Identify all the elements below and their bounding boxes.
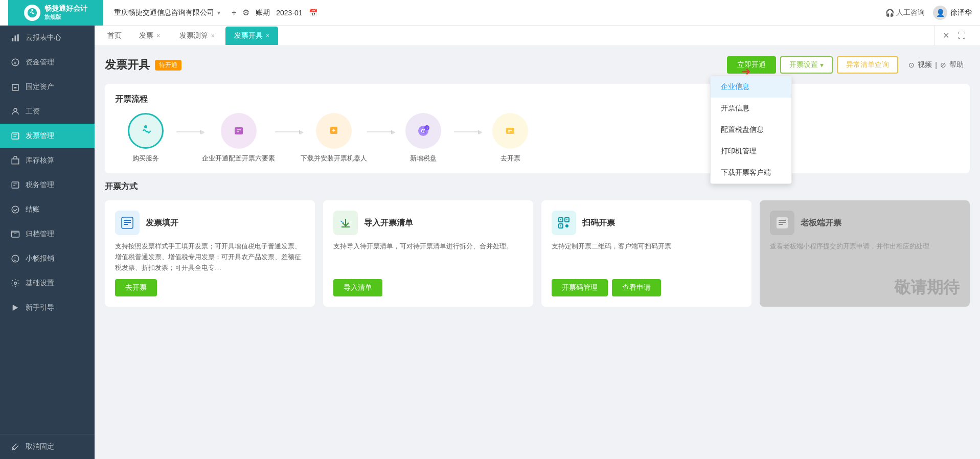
sidebar-label: 云报表中心 — [26, 33, 61, 42]
tab-label: 发票开具 — [234, 31, 263, 40]
close-icon[interactable]: × — [211, 32, 215, 39]
expand-window-icon[interactable]: ⛶ — [955, 29, 968, 42]
view-apply-button[interactable]: 查看申请 — [612, 279, 661, 296]
go-invoice-button[interactable]: 去开票 — [115, 279, 157, 296]
flow-icon-buy — [128, 113, 164, 149]
methods-section-title: 开票方式 — [105, 181, 970, 192]
flow-connector: ▶ — [176, 131, 202, 132]
sidebar-item-gudingzichan[interactable]: 固定资产 — [0, 75, 95, 99]
user-area[interactable]: 👤 徐泽华 — [933, 6, 972, 20]
sidebar-item-yunbao[interactable]: 云报表中心 — [0, 26, 95, 50]
flow-step-download: 下载并安装开票机器人 — [301, 113, 367, 163]
tabs-bar: 首页 发票 × 发票测算 × 发票开具 × ✕ ⛶ — [95, 26, 980, 46]
tab-fapiaokaiqu[interactable]: 发票开具 × — [225, 27, 278, 45]
play-icon — [10, 303, 20, 313]
flow-step-label: 购买服务 — [132, 154, 159, 163]
method-desc: 支持导入待开票清单，可对待开票清单进行拆分、合并处理。 — [333, 241, 523, 273]
exception-button[interactable]: 异常清单查询 — [837, 56, 898, 74]
building-icon — [10, 82, 20, 92]
method-header: 导入开票清单 — [333, 211, 523, 235]
close-icon[interactable]: × — [156, 32, 160, 39]
method-footer: 开票码管理 查看申请 — [552, 279, 741, 296]
dropdown-item-download-client[interactable]: 下载开票客户端 — [711, 162, 791, 183]
flow-step-buy: 购买服务 — [115, 113, 176, 163]
header-actions: 立即开通 开票设置 ▾ 企业信息 开票信息 — [727, 56, 970, 74]
tab-label: 首页 — [107, 31, 122, 40]
sidebar-item-jiezhang[interactable]: 结账 — [0, 197, 95, 222]
sidebar-item-kucun[interactable]: 库存核算 — [0, 148, 95, 173]
unpin-icon — [10, 442, 20, 452]
sidebar-item-xinshou[interactable]: 新手引导 — [0, 295, 95, 320]
close-icon[interactable]: × — [266, 32, 269, 39]
main-layout: 云报表中心 ¥ 资金管理 固定资产 工资 发票管理 — [0, 26, 980, 459]
expire-text: 敬请期待 — [894, 277, 960, 299]
dropdown-item-tax-config[interactable]: 配置税盘信息 — [711, 119, 791, 141]
import-list-button[interactable]: 导入清单 — [333, 279, 382, 296]
method-title: 扫码开票 — [582, 218, 615, 228]
flow-connector: ▶ — [275, 131, 301, 132]
dropdown-item-invoice-info[interactable]: 开票信息 — [711, 98, 791, 119]
activate-button[interactable]: 立即开通 — [727, 56, 776, 74]
flow-section: 开票流程 购买服务 — [105, 84, 970, 173]
invoice-icon — [10, 131, 20, 141]
tab-home[interactable]: 首页 — [101, 27, 128, 45]
sidebar-item-shuiwu[interactable]: 税务管理 — [0, 173, 95, 197]
svg-rect-57 — [560, 219, 561, 220]
flow-connector: ▶ — [367, 131, 393, 132]
support-button[interactable]: 🎧 人工咨询 — [885, 8, 925, 17]
settings-icon[interactable]: ⚙ — [242, 8, 249, 17]
sidebar-item-xiaochang[interactable]: C 小畅报销 — [0, 246, 95, 271]
svg-point-27 — [144, 125, 147, 128]
svg-rect-43 — [506, 128, 514, 134]
app-subtitle: 旗舰版 — [44, 13, 87, 21]
help-icon: ⊘ — [940, 61, 946, 69]
top-bar: 畅捷通好会计 旗舰版 重庆畅捷交通信息咨询有限公司 ▾ + ⚙ 账期 2023-… — [0, 0, 980, 26]
sidebar-item-guidang[interactable]: 归档管理 — [0, 222, 95, 246]
sidebar-item-gongzi[interactable]: 工资 — [0, 99, 95, 124]
settings-button[interactable]: 开票设置 ▾ — [780, 56, 833, 74]
method-card-import: 导入开票清单 支持导入待开票清单，可对待开票清单进行拆分、合并处理。 导入清单 — [323, 200, 533, 307]
sidebar-label: 小畅报销 — [26, 254, 54, 263]
method-card-scan: 扫码开票 支持定制开票二维码，客户端可扫码开票 开票码管理 查看申请 — [541, 200, 751, 307]
gear-icon — [10, 278, 20, 288]
content-area: 首页 发票 × 发票测算 × 发票开具 × ✕ ⛶ — [95, 26, 980, 459]
flow-step-config: 企业开通配置开票六要素 — [202, 113, 275, 163]
company-selector[interactable]: 重庆畅捷交通信息咨询有限公司 ▾ — [109, 5, 225, 20]
method-title: 发票填开 — [146, 218, 178, 228]
add-icon[interactable]: + — [232, 8, 236, 17]
svg-point-10 — [14, 108, 17, 111]
svg-text:¥: ¥ — [13, 60, 17, 65]
sidebar-label: 发票管理 — [26, 131, 54, 141]
tab-fapiaocesuan[interactable]: 发票测算 × — [171, 27, 223, 45]
person-icon — [10, 106, 20, 117]
tab-fapiao[interactable]: 发票 × — [130, 27, 169, 45]
sidebar-item-quxiao[interactable]: 取消固定 — [0, 434, 95, 459]
method-footer: 去开票 — [115, 279, 305, 296]
method-title: 导入开票清单 — [364, 218, 413, 228]
methods-section: 发票填开 支持按照发票样式手工填开发票；可开具增值税电子普通发票、增值税普通发票… — [105, 200, 970, 307]
flow-connector: ▶ — [454, 131, 480, 132]
close-window-icon[interactable]: ✕ — [941, 29, 951, 42]
svg-rect-9 — [15, 87, 16, 88]
tab-label: 发票测算 — [179, 31, 208, 40]
chart-icon — [10, 33, 20, 43]
svg-rect-11 — [12, 133, 19, 139]
period-label: 账期 2023-01 📅 — [256, 8, 317, 17]
sidebar-item-fapiao[interactable]: 发票管理 — [0, 124, 95, 148]
window-controls: ✕ ⛶ — [934, 26, 974, 45]
sidebar-label: 取消固定 — [26, 442, 54, 451]
method-desc: 支持按照发票样式手工填开发票；可开具增值税电子普通发票、增值税普通发票、增值税专… — [115, 241, 305, 273]
headset-icon: 🎧 — [885, 9, 894, 17]
method-title: 老板端开票 — [801, 218, 841, 228]
help-area[interactable]: ⊙ 视频 | ⊘ 帮助 — [902, 57, 970, 73]
top-bar-actions: 🎧 人工咨询 👤 徐泽华 — [885, 6, 972, 20]
sidebar-item-zijin[interactable]: ¥ 资金管理 — [0, 50, 95, 75]
sidebar-item-jichushezhi[interactable]: 基础设置 — [0, 271, 95, 295]
logo-icon — [24, 5, 40, 21]
dropdown-item-printer[interactable]: 打印机管理 — [711, 141, 791, 162]
check-icon — [10, 204, 20, 215]
sidebar-label: 资金管理 — [26, 58, 54, 67]
dropdown-item-enterprise[interactable]: 企业信息 — [711, 76, 791, 98]
qr-manage-button[interactable]: 开票码管理 — [552, 279, 608, 296]
method-header: 扫码开票 — [552, 211, 741, 235]
